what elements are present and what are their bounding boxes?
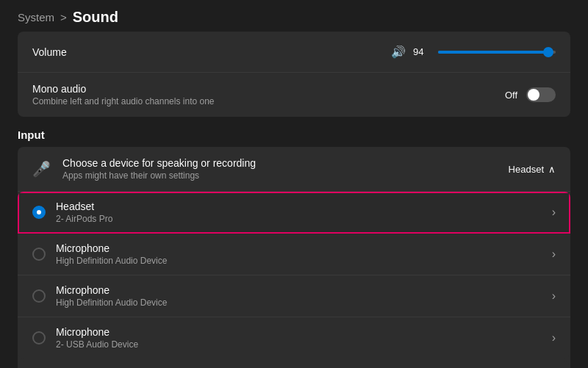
mono-audio-label: Mono audio Combine left and right audio … <box>32 83 505 107</box>
volume-label: Volume <box>32 46 76 58</box>
headset-label: Headset 2- AirPods Pro <box>56 201 552 224</box>
choose-device-right: Headset ∧ <box>509 164 556 175</box>
chevron-up-icon: ∧ <box>548 164 556 175</box>
mic1-subtitle: High Definition Audio Device <box>56 256 552 266</box>
mic2-title: Microphone <box>56 284 552 296</box>
choose-device-label: Choose a device for speaking or recordin… <box>62 157 509 181</box>
mic2-label: Microphone High Definition Audio Device <box>56 284 552 308</box>
radio-mic2 <box>32 289 46 303</box>
input-section-heading: Input <box>18 129 570 141</box>
toggle-thumb <box>528 89 539 101</box>
mono-audio-subtitle: Combine left and right audio channels in… <box>32 96 505 107</box>
mic3-chevron: › <box>552 331 556 344</box>
volume-right: 🔊 94 <box>391 45 556 59</box>
device-item-mic2[interactable]: Microphone High Definition Audio Device … <box>18 275 570 317</box>
volume-row: Volume 🔊 94 <box>18 32 570 73</box>
mic3-subtitle: 2- USB Audio Device <box>56 339 552 350</box>
settings-page: System > Sound Volume 🔊 94 <box>0 0 588 368</box>
content-area: Volume 🔊 94 Mono audio <box>0 32 588 368</box>
top-card: Volume 🔊 94 Mono audio <box>18 32 570 117</box>
device-item-mic3[interactable]: Microphone 2- USB Audio Device › <box>18 317 570 358</box>
volume-thumb <box>543 47 553 57</box>
volume-value: 94 <box>413 46 431 57</box>
headset-title: Headset <box>56 201 552 212</box>
breadcrumb-current: Sound <box>73 9 118 26</box>
mic1-chevron: › <box>552 248 556 261</box>
mic3-label: Microphone 2- USB Audio Device <box>56 326 552 350</box>
pair-row: Pair a new input device Add device <box>18 361 570 368</box>
volume-track <box>438 51 556 54</box>
mic1-label: Microphone High Definition Audio Device <box>56 242 552 266</box>
mono-audio-title: Mono audio <box>32 83 505 95</box>
mic3-title: Microphone <box>56 326 552 338</box>
choose-device-row[interactable]: 🎤 Choose a device for speaking or record… <box>18 147 570 192</box>
radio-mic1 <box>32 248 46 261</box>
breadcrumb-separator: > <box>60 11 67 24</box>
microphone-icon: 🎤 <box>32 160 51 178</box>
choose-device-subtitle: Apps might have their own settings <box>62 170 509 181</box>
breadcrumb-system[interactable]: System <box>18 11 54 24</box>
device-item-headset[interactable]: Headset 2- AirPods Pro › <box>18 192 570 234</box>
input-card: 🎤 Choose a device for speaking or record… <box>18 147 570 368</box>
headset-chevron: › <box>552 206 556 219</box>
headset-subtitle: 2- AirPods Pro <box>56 214 552 224</box>
device-list: Headset 2- AirPods Pro › Microphone High… <box>18 192 570 358</box>
volume-slider[interactable] <box>438 45 556 59</box>
mono-audio-toggle-label: Off <box>505 90 517 101</box>
mic2-chevron: › <box>552 289 556 303</box>
header: System > Sound <box>0 0 588 32</box>
volume-fill <box>438 51 548 54</box>
mono-audio-toggle[interactable] <box>526 87 556 102</box>
mic2-subtitle: High Definition Audio Device <box>56 297 552 308</box>
choose-device-title: Choose a device for speaking or recordin… <box>62 157 509 169</box>
device-item-mic1[interactable]: Microphone High Definition Audio Device … <box>18 234 570 275</box>
mono-audio-row: Mono audio Combine left and right audio … <box>18 73 570 117</box>
radio-mic3 <box>32 331 46 344</box>
mic1-title: Microphone <box>56 242 552 254</box>
selected-device-name: Headset <box>509 164 544 175</box>
speaker-icon: 🔊 <box>391 45 406 59</box>
radio-headset <box>32 206 46 219</box>
mono-audio-right: Off <box>505 87 556 102</box>
